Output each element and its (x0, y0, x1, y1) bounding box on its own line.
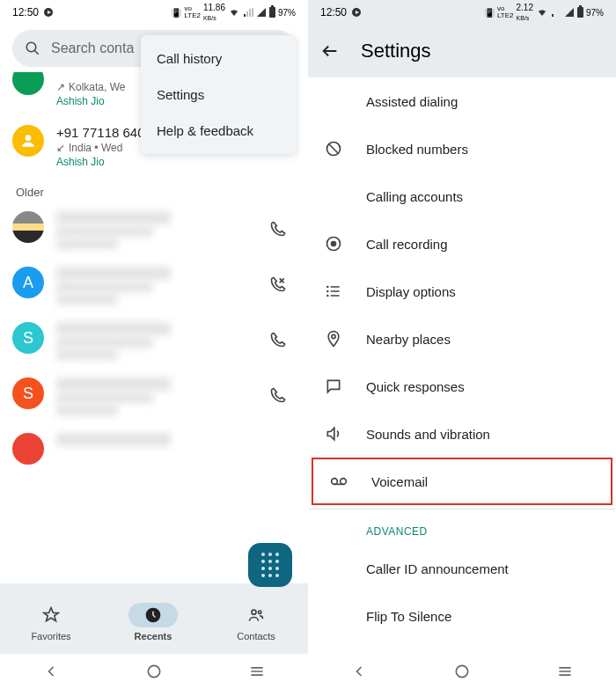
search-placeholder: Search conta (51, 40, 134, 56)
nav-recent[interactable] (248, 663, 266, 680)
signal-icon (551, 7, 561, 18)
vibrate-icon: 📳 (484, 8, 495, 18)
svg-point-6 (148, 665, 159, 677)
item-assisted-dialing[interactable]: Assisted dialing (308, 77, 616, 125)
dialpad-fab[interactable] (248, 543, 292, 587)
data-rate: 2.12KB/s (517, 3, 533, 22)
signal-icon-2 (564, 7, 575, 18)
status-bar: 12:50 📳 voLTE2 2.12KB/s 97% (308, 0, 616, 25)
item-caller-id-announcement[interactable]: Caller ID announcement (308, 545, 616, 592)
status-bar: 12:50 📳 voLTE2 11.86KB/s 97% (0, 0, 308, 25)
svg-point-4 (252, 610, 256, 614)
play-icon (44, 8, 53, 17)
call-row[interactable]: S X X X (0, 369, 308, 424)
settings-header: Settings (308, 25, 616, 77)
svg-point-14 (332, 334, 335, 338)
blurred-name: X (56, 377, 171, 391)
nav-back[interactable] (42, 663, 60, 680)
bottom-tabs: Favorites Recents Contacts (0, 583, 308, 654)
svg-point-13 (326, 295, 329, 297)
status-time: 12:50 (320, 6, 347, 18)
star-icon (42, 606, 60, 624)
item-flip-to-silence[interactable]: Flip To Silence (308, 592, 616, 640)
blurred-sub: X (56, 282, 153, 292)
call-button[interactable] (260, 267, 296, 302)
svg-point-11 (326, 286, 329, 289)
tab-contacts[interactable]: Contacts (231, 603, 282, 641)
battery-icon (269, 7, 275, 18)
list-icon (324, 282, 343, 300)
svg-point-15 (332, 479, 338, 485)
menu-settings[interactable]: Settings (141, 77, 296, 113)
search-icon (25, 40, 40, 56)
call-row[interactable]: X X X (0, 202, 308, 258)
data-rate: 11.86KB/s (203, 3, 225, 22)
outgoing-icon: ↗ (56, 81, 65, 93)
item-blocked-numbers[interactable]: Blocked numbers (308, 125, 616, 172)
wifi-icon (228, 7, 240, 18)
blurred-name: X (56, 267, 171, 280)
block-icon (324, 140, 343, 158)
blurred-sim: X (56, 349, 118, 360)
nav-home[interactable] (145, 663, 163, 680)
item-voicemail[interactable]: Voicemail (312, 458, 612, 505)
vibrate-icon: 📳 (171, 8, 181, 18)
nav-home[interactable] (453, 663, 471, 680)
menu-help-feedback[interactable]: Help & feedback (141, 113, 296, 149)
blurred-sim: X (56, 405, 118, 415)
battery-pct: 97% (586, 8, 604, 18)
signal-icon (243, 7, 253, 18)
settings-list[interactable]: Assisted dialing Blocked numbers Calling… (308, 77, 616, 654)
wifi-icon (536, 7, 548, 18)
item-quick-responses[interactable]: Quick responses (308, 363, 616, 410)
item-sounds-vibration[interactable]: Sounds and vibration (308, 410, 616, 458)
nav-recent[interactable] (556, 663, 574, 680)
svg-line-8 (329, 144, 338, 153)
play-icon (352, 8, 361, 17)
blurred-name: X (56, 322, 171, 335)
tab-favorites[interactable]: Favorites (26, 603, 76, 641)
svg-point-2 (26, 135, 32, 141)
clock-icon (144, 606, 162, 624)
call-row[interactable]: A X X X (0, 258, 308, 313)
avatar: S (12, 377, 44, 409)
avatar (12, 72, 44, 95)
dialpad-icon (261, 553, 279, 577)
lte-icon: voLTE2 (184, 5, 201, 19)
sim-label: Ashish Jio (56, 156, 296, 168)
svg-line-1 (34, 50, 39, 55)
lte-icon: voLTE2 (497, 5, 514, 19)
item-call-recording[interactable]: Call recording (308, 220, 616, 268)
svg-point-16 (341, 479, 347, 485)
section-advanced: ADVANCED (308, 509, 616, 545)
avatar: S (12, 322, 44, 354)
incoming-icon: ↙ (56, 142, 65, 154)
menu-call-history[interactable]: Call history (141, 40, 296, 77)
overflow-menu: Call history Settings Help & feedback (141, 35, 296, 154)
call-button[interactable] (260, 377, 296, 413)
nav-back[interactable] (350, 663, 368, 680)
item-nearby-places[interactable]: Nearby places (308, 315, 616, 363)
svg-point-5 (259, 611, 261, 613)
section-older: Older (0, 177, 308, 202)
nav-bar (308, 654, 616, 689)
call-button[interactable] (260, 211, 296, 246)
svg-point-10 (331, 241, 337, 247)
blurred-sub: X (56, 337, 153, 348)
item-display-options[interactable]: Display options (308, 268, 616, 315)
call-row[interactable]: X (0, 424, 308, 465)
blurred-name: X (56, 211, 171, 224)
call-button[interactable] (260, 322, 296, 357)
svg-point-18 (456, 665, 467, 677)
back-button[interactable] (320, 41, 340, 61)
item-calling-accounts[interactable]: Calling accounts (308, 172, 616, 220)
battery-pct: 97% (278, 8, 296, 18)
call-row[interactable]: S X X X (0, 313, 308, 369)
blurred-sub: X (56, 392, 153, 403)
sound-icon (324, 425, 343, 443)
avatar (12, 125, 44, 157)
battery-icon (577, 7, 583, 18)
status-time: 12:50 (12, 6, 39, 18)
blurred-sub: X (56, 226, 153, 237)
tab-recents[interactable]: Recents (128, 603, 178, 641)
